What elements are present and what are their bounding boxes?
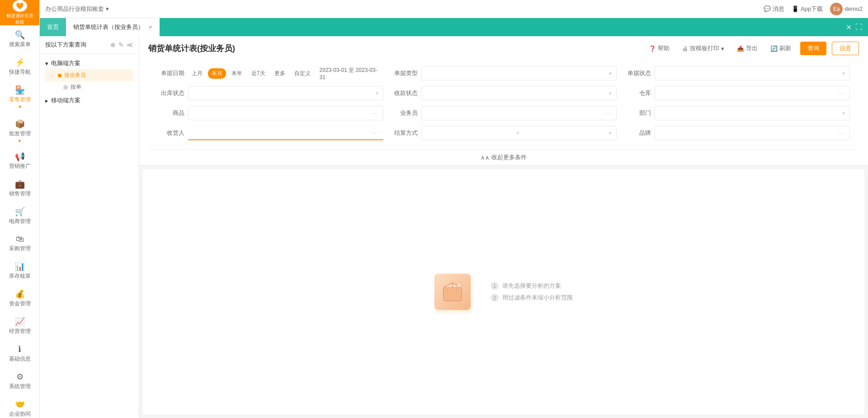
message-btn[interactable]: 💬 消息 [764,5,784,13]
scheme-item-order-label: 按单 [71,83,81,91]
sidebar-item-wholesale-label: 批发管理 [9,130,31,138]
receiver-input[interactable]: ··· [188,126,383,140]
brand-input[interactable]: ··· [655,126,850,140]
right-content: 销货单统计表(按业务员) ❓ 帮助 🖨 按模板打印 ▾ 📤 [139,36,868,418]
add-scheme-icon[interactable]: ⊕ [110,41,116,48]
main-area: 办公用品行业模拟账套 ▾ 💬 消息 📱 App下载 Ea demo2 首页 [40,0,868,418]
finance-icon: 💰 [15,289,25,299]
tab-maximize-icon[interactable]: ⛶ [855,23,863,31]
out-status-input[interactable] [188,86,383,100]
user-profile[interactable]: Ea demo2 [830,3,863,15]
tab-close-window-icon[interactable]: ✕ [846,23,852,32]
tab-home[interactable]: 首页 [40,18,66,36]
date-btn-this-month[interactable]: 本月 [208,68,226,79]
receipt-status-label: 收款状态 [391,89,418,97]
mobile-scheme-chevron [45,97,48,104]
scheme-item-order[interactable]: ⊞ 按单 [45,81,133,93]
filter-item-salesperson: 业务员 ··· [391,106,617,120]
collapse-label: 收起更多条件 [491,153,527,162]
date-btn-this-year[interactable]: 本年 [228,68,246,79]
svg-rect-0 [443,287,462,301]
query-btn[interactable]: 查询 [800,42,826,55]
refresh-btn[interactable]: 🔄 刷新 [767,43,795,54]
receipt-status-input[interactable] [421,86,617,100]
hint-text-2: 用过滤条件来缩小分析范围 [502,294,573,302]
date-btn-more[interactable]: 更多 [271,68,289,79]
sidebar-item-basic[interactable]: ℹ 基础信息 [0,340,39,367]
settlement-label: 结算方式 [391,129,418,137]
date-btn-custom[interactable]: 自定义 [291,68,314,79]
sidebar-item-purchase[interactable]: 🛍 采购管理 [0,230,39,257]
edit-scheme-icon[interactable]: ✎ [118,41,124,48]
goods-dots: ··· [372,109,378,117]
pc-scheme-header[interactable]: 电脑端方案 [45,57,133,69]
sidebar-item-enterprise[interactable]: 🤝 企业协同 [0,395,39,418]
template-print-btn[interactable]: 🖨 按模板打印 ▾ [679,43,728,54]
filter-item-date: 单据日期 上月 本月 本年 近7天 更多 自定义 2023-03-01 至 20… [157,66,383,81]
collapse-filters-btn[interactable]: ∧∧ 收起更多条件 [148,149,859,165]
operations-icon: 📈 [15,317,25,327]
sidebar-item-marketing[interactable]: 📢 营销推广 [0,147,39,175]
ecommerce-icon: 🛒 [15,207,25,217]
collapse-up-icon: ∧∧ [481,154,490,161]
export-btn[interactable]: 📤 导出 [733,43,761,54]
refresh-icon: 🔄 [770,45,778,52]
salesperson-label: 业务员 [391,109,418,117]
help-btn[interactable]: ❓ 帮助 [645,43,673,54]
tab-sales-stats[interactable]: 销货单统计表（按业务员） ✕ [66,18,160,36]
page-title: 销货单统计表(按业务员) [148,43,235,54]
order-type-input[interactable] [421,66,617,81]
sidebar-item-search[interactable]: 🔍 搜索菜单 [0,25,39,53]
message-label: 消息 [773,5,784,13]
template-print-chevron: ▾ [721,45,724,52]
app-download-label: App下载 [801,5,823,13]
sidebar-item-sales[interactable]: 💼 销售管理 [0,175,39,202]
sidebar-item-system[interactable]: ⚙ 系统管理 [0,367,39,395]
order-status-input[interactable] [655,66,850,81]
sidebar-item-wholesale[interactable]: 📦 批发管理 ▲ [0,114,39,147]
tab-close-btn[interactable]: ✕ [148,24,152,30]
topbar-right: 💬 消息 📱 App下载 Ea demo2 [764,3,863,15]
sidebar-item-inventory-label: 库存核算 [9,272,31,280]
workspace-selector[interactable]: 办公用品行业模拟账套 ▾ [45,5,109,13]
page-actions: ❓ 帮助 🖨 按模板打印 ▾ 📤 导出 🔄 [645,42,859,55]
date-btn-7days[interactable]: 近7天 [248,68,269,79]
sidebar-item-ecommerce[interactable]: 🛒 电商管理 [0,202,39,230]
sidebar-item-inventory[interactable]: 📊 库存核算 [0,257,39,285]
left-panel: 按以下方案查询 ⊕ ✎ ≪ 电脑端方案 按业务员 [40,36,139,418]
settings-label: 设置 [840,44,851,52]
active-dot [58,74,61,77]
out-status-chevron [376,90,378,96]
search-icon: 🔍 [15,30,25,40]
hint-num-2: 2 [491,294,499,302]
settlement-clear-btn[interactable]: ✕ [516,130,520,136]
settlement-input[interactable]: ✕ [421,126,617,140]
sidebar-nav: 🔍 搜索菜单 ⚡ 快捷导航 🏪 零售管理 📦 批发管理 ▲ 📢 营销推广 💼 销… [0,25,39,418]
date-label: 单据日期 [157,69,184,77]
salesperson-input[interactable]: ··· [421,106,617,120]
out-status-label: 出库状态 [157,89,184,97]
scheme-item-salesperson[interactable]: 按业务员 [45,69,133,81]
data-area: ↑ 1 请先选择要分析的方案 2 用过滤条件来缩小分析范围 [143,169,864,414]
sidebar-item-basic-label: 基础信息 [9,355,31,363]
workspace-chevron: ▾ [106,5,109,12]
content-wrapper: 按以下方案查询 ⊕ ✎ ≪ 电脑端方案 按业务员 [40,36,868,418]
app-subtitle: 标版 [15,19,24,25]
goods-input[interactable]: ··· [188,106,383,120]
warehouse-input[interactable]: ··· [655,86,850,100]
mobile-scheme-group: 移动端方案 [45,95,133,106]
settings-btn[interactable]: 设置 [832,42,859,55]
sidebar-item-operations[interactable]: 📈 经营管理 [0,312,39,340]
dept-input[interactable] [655,106,850,120]
empty-state: ↑ 1 请先选择要分析的方案 2 用过滤条件来缩小分析范围 [434,269,573,314]
mobile-scheme-header[interactable]: 移动端方案 [45,95,133,106]
sidebar-item-retail[interactable]: 🏪 零售管理 [0,81,39,114]
sidebar-item-finance[interactable]: 💰 资金管理 [0,285,39,312]
app-download-btn[interactable]: 📱 App下载 [792,5,823,13]
sidebar-item-sales-label: 销售管理 [9,190,31,198]
collapse-panel-icon[interactable]: ≪ [127,41,133,48]
export-label: 导出 [746,44,758,52]
date-btn-last-month[interactable]: 上月 [188,68,206,79]
sidebar-item-quick[interactable]: ⚡ 快捷导航 [0,53,39,81]
brand-dots: ··· [838,129,845,137]
